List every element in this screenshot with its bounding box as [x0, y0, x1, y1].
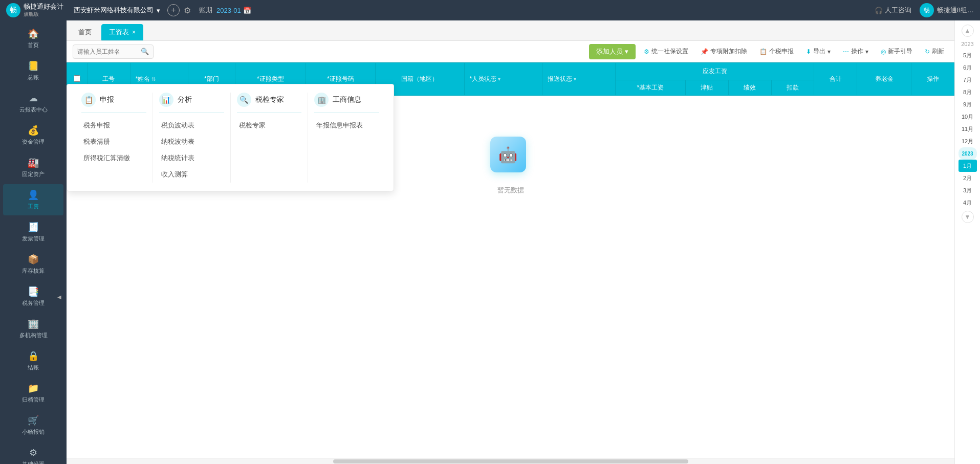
- user-menu[interactable]: 畅 畅捷通8组…: [920, 3, 974, 17]
- month-12月[interactable]: 12月: [959, 135, 977, 147]
- col-total: 合计: [814, 63, 857, 96]
- sidebar-item-mini_sales[interactable]: 🛒 小畅报销: [3, 410, 63, 441]
- sidebar-label-invoice: 发票管理: [22, 235, 45, 242]
- month-2024-2月[interactable]: 2月: [959, 172, 977, 184]
- dropdown-item-analysis[interactable]: 纳税波动表: [159, 134, 224, 150]
- special-deduction-label: 专项附加扣除: [710, 47, 747, 56]
- tab-salary[interactable]: 工资表 ×: [101, 24, 143, 40]
- right-panel: ▲20235月6月7月8月9月10月11月12月20231月2月3月4月▼: [954, 20, 980, 464]
- sidebar-label-mini_sales: 小畅报销: [22, 428, 45, 436]
- mini_sales-icon: 🛒: [28, 415, 39, 426]
- dropdown-section-analysis: 📊 分析 税负波动表纳税波动表纳税统计表收入测算: [153, 93, 231, 183]
- dropdown-item-declaration[interactable]: 所得税汇算清缴: [81, 150, 146, 166]
- service-button[interactable]: 🎧 人工咨询: [875, 6, 911, 15]
- dropdown-item-analysis[interactable]: 税负波动表: [159, 117, 224, 134]
- operation-label: 操作: [851, 47, 863, 56]
- sidebar-item-invoice[interactable]: 🧾 发票管理: [3, 216, 63, 248]
- dropdown-item-declaration[interactable]: 税务申报: [81, 117, 146, 134]
- month-11月[interactable]: 11月: [959, 123, 977, 135]
- month-6月[interactable]: 6月: [959, 61, 977, 74]
- sidebar-label-home: 首页: [28, 41, 39, 49]
- dropdown-item-tax_expert[interactable]: 税检专家: [237, 117, 302, 134]
- social-security-button[interactable]: ⚙ 统一社保设置: [640, 45, 692, 58]
- month-9月[interactable]: 9月: [959, 98, 977, 111]
- month-5月[interactable]: 5月: [959, 49, 977, 61]
- top-bar: 畅 畅捷通好会计 旗舰版 西安虾米网络科技有限公司 ▾ + ⚙ 账期 2023-…: [0, 0, 980, 20]
- sidebar-item-archive[interactable]: 📁 归档管理: [3, 378, 63, 409]
- col-salary-group: 应发工资: [615, 63, 814, 80]
- company-name: 西安虾米网络科技有限公司: [74, 6, 154, 15]
- col-report-status[interactable]: 报送状态▾: [542, 63, 615, 96]
- salary-icon: 👤: [28, 189, 39, 201]
- sidebar-item-inventory[interactable]: 📦 库存核算: [3, 249, 63, 280]
- dropdown-item-analysis[interactable]: 纳税统计表: [159, 150, 224, 166]
- calendar-icon[interactable]: 📅: [243, 7, 251, 14]
- dropdown-item-analysis[interactable]: 收入测算: [159, 166, 224, 183]
- sidebar-item-ledger[interactable]: 📒 总账: [3, 55, 63, 86]
- sidebar-label-archive: 归档管理: [22, 396, 45, 404]
- scrollbar-thumb[interactable]: [333, 459, 688, 463]
- sidebar-item-close_period[interactable]: 🔒 结账: [3, 345, 63, 377]
- add-person-button[interactable]: 添加人员 ▾: [589, 44, 636, 59]
- content-area: 首页 工资表 × 🔍 添加人员 ▾ ⚙ 统一社保设置 📌: [67, 20, 954, 464]
- month-7月[interactable]: 7月: [959, 74, 977, 86]
- right-panel-nav-up[interactable]: ▲: [962, 25, 974, 37]
- sidebar-item-home[interactable]: 🏠 首页: [3, 23, 63, 54]
- salary-tab-label: 工资表: [109, 28, 129, 37]
- col-performance: 绩效: [728, 80, 771, 96]
- period-label: 账期: [199, 6, 212, 15]
- tax-report-button[interactable]: 📋 个税申报: [755, 45, 798, 58]
- sidebar-item-cloud_report[interactable]: ☁ 云报表中心: [3, 87, 63, 119]
- add-person-label: 添加人员: [596, 47, 623, 56]
- month-10月[interactable]: 10月: [959, 111, 977, 123]
- export-button[interactable]: ⬇ 导出 ▾: [802, 45, 835, 58]
- horizontal-scrollbar[interactable]: [67, 458, 954, 464]
- sidebar-item-multi_org[interactable]: 🏢 多机构管理: [3, 313, 63, 344]
- multi_org-icon: 🏢: [28, 318, 39, 329]
- month-2024-3月[interactable]: 3月: [959, 184, 977, 196]
- sidebar-item-tax_mgmt[interactable]: 📑 税务管理 ◀: [3, 281, 63, 312]
- export-icon: ⬇: [806, 48, 811, 55]
- month-2024-1月[interactable]: 1月: [959, 160, 977, 172]
- tax-report-icon: 📋: [759, 48, 767, 55]
- special-deduction-icon: 📌: [701, 48, 708, 55]
- user-label: 畅捷通8组…: [937, 6, 974, 15]
- sidebar-item-fund[interactable]: 💰 资金管理: [3, 120, 63, 151]
- col-status[interactable]: *人员状态▾: [464, 63, 542, 96]
- right-panel-nav-down[interactable]: ▼: [962, 211, 974, 223]
- social-security-label: 统一社保设置: [651, 47, 688, 56]
- settings-icon[interactable]: ⚙: [184, 6, 191, 15]
- empty-icon: 🤖: [490, 137, 531, 178]
- topbar-actions: 🎧 人工咨询 畅 畅捷通8组…: [875, 3, 974, 17]
- dropdown-item-business_info[interactable]: 年报信息申报表: [314, 117, 379, 134]
- home-tab-label: 首页: [78, 28, 92, 37]
- tab-close-icon[interactable]: ×: [132, 29, 136, 36]
- month-8月[interactable]: 8月: [959, 86, 977, 98]
- search-input[interactable]: [77, 48, 139, 55]
- month-2024-4月[interactable]: 4月: [959, 196, 977, 209]
- col-operations: 操作: [911, 63, 954, 96]
- refresh-icon: ↻: [925, 48, 930, 55]
- sidebar-label-tax_mgmt: 税务管理: [22, 299, 45, 307]
- select-all-checkbox[interactable]: [74, 75, 80, 82]
- col-base-salary: *基本工资: [615, 80, 685, 96]
- basic_settings-icon: ⚙: [29, 447, 37, 458]
- headset-icon: 🎧: [875, 7, 883, 14]
- sidebar-item-fixed_asset[interactable]: 🏭 固定资产: [3, 152, 63, 183]
- guide-label: 新手引导: [888, 47, 912, 56]
- company-selector[interactable]: 西安虾米网络科技有限公司 ▾: [70, 4, 164, 17]
- special-deduction-button[interactable]: 📌 专项附加扣除: [696, 45, 751, 58]
- guide-button[interactable]: ◎ 新手引导: [877, 45, 917, 58]
- dropdown-item-declaration[interactable]: 税表清册: [81, 134, 146, 150]
- period-value: 2023-01: [216, 7, 241, 14]
- search-wrap: 🔍: [73, 45, 154, 59]
- sidebar-item-basic_settings[interactable]: ⚙ 基础设置: [3, 442, 63, 464]
- operation-button[interactable]: ⋯ 操作 ▾: [839, 45, 873, 58]
- operation-icon: ⋯: [843, 48, 849, 55]
- toolbar: 🔍 添加人员 ▾ ⚙ 统一社保设置 📌 专项附加扣除 📋 个税申报 ⬇ 导出: [67, 41, 954, 62]
- add-company-button[interactable]: +: [167, 4, 180, 16]
- refresh-button[interactable]: ↻ 刷新: [921, 45, 948, 58]
- tab-home[interactable]: 首页: [71, 24, 99, 40]
- sidebar-item-salary[interactable]: 👤 工资: [3, 184, 63, 215]
- tab-bar: 首页 工资表 ×: [67, 20, 954, 41]
